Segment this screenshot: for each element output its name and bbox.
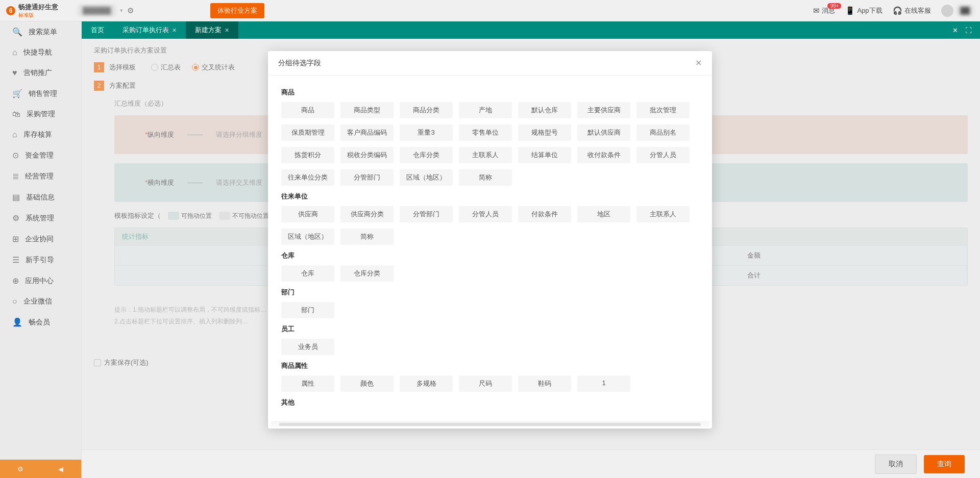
field-tag[interactable]: 分管人员 <box>459 206 512 222</box>
field-group-title: 员工 <box>281 324 699 334</box>
field-tag[interactable]: 属性 <box>281 375 334 392</box>
field-tag[interactable]: 默认供应商 <box>577 124 630 141</box>
field-tag[interactable]: 分管部门 <box>340 169 394 186</box>
field-tag[interactable]: 往来单位分类 <box>281 169 334 186</box>
field-tag[interactable]: 批次管理 <box>636 102 690 118</box>
field-tag[interactable]: 产地 <box>459 102 512 118</box>
field-group-title: 其他 <box>281 398 699 407</box>
field-tag[interactable]: 供应商 <box>281 206 334 222</box>
field-group-1: 往来单位供应商供应商分类分管部门分管人员付款条件地区主联系人区域（地区）简称 <box>281 192 699 245</box>
field-group-title: 往来单位 <box>281 192 699 201</box>
field-tag[interactable]: 供应商分类 <box>340 206 394 222</box>
field-tag[interactable]: 拣货积分 <box>281 147 334 163</box>
field-tag[interactable]: 商品类型 <box>340 102 394 118</box>
field-tag[interactable]: 尺码 <box>459 375 512 392</box>
field-tag[interactable]: 重量3 <box>400 124 453 141</box>
field-group-2: 仓库仓库仓库分类 <box>281 251 699 282</box>
field-tag[interactable]: 分管部门 <box>400 206 453 222</box>
field-select-modal: 分组待选字段 ✕ 商品商品商品类型商品分类产地默认仓库主要供应商批次管理保质期管… <box>268 51 712 429</box>
field-tag[interactable]: 主联系人 <box>636 206 690 222</box>
field-tag[interactable]: 1 <box>577 375 630 392</box>
modal-body: 商品商品商品类型商品分类产地默认仓库主要供应商批次管理保质期管理客户商品编码重量… <box>268 76 712 421</box>
modal-title: 分组待选字段 <box>278 59 321 68</box>
field-group-title: 商品属性 <box>281 361 699 370</box>
field-tag[interactable]: 仓库分类 <box>400 147 453 163</box>
field-tag[interactable]: 收付款条件 <box>577 147 630 163</box>
modal-header: 分组待选字段 ✕ <box>268 51 712 76</box>
field-tag[interactable]: 仓库分类 <box>340 265 394 282</box>
field-tag[interactable]: 税收分类编码 <box>340 147 394 163</box>
field-group-4: 员工业务员 <box>281 324 699 355</box>
field-tag[interactable]: 部门 <box>281 302 334 318</box>
field-tag[interactable]: 区域（地区） <box>400 169 453 186</box>
field-tag[interactable]: 多规格 <box>400 375 453 392</box>
field-tag[interactable]: 商品 <box>281 102 334 118</box>
field-tag[interactable]: 地区 <box>577 206 630 222</box>
modal-mask: 分组待选字段 ✕ 商品商品商品类型商品分类产地默认仓库主要供应商批次管理保质期管… <box>0 0 980 478</box>
field-group-title: 仓库 <box>281 251 699 260</box>
field-group-5: 商品属性属性颜色多规格尺码鞋码1 <box>281 361 699 392</box>
field-tag[interactable]: 主联系人 <box>459 147 512 163</box>
field-tag[interactable]: 简称 <box>459 169 512 186</box>
field-tag[interactable]: 商品别名 <box>636 124 690 141</box>
field-tag[interactable]: 主要供应商 <box>577 102 630 118</box>
field-group-title: 商品 <box>281 88 699 97</box>
field-tag[interactable]: 简称 <box>340 229 394 245</box>
close-icon[interactable]: ✕ <box>695 58 702 68</box>
field-tag[interactable]: 区域（地区） <box>281 229 334 245</box>
field-tag[interactable]: 客户商品编码 <box>340 124 394 141</box>
field-tag[interactable]: 仓库 <box>281 265 334 282</box>
field-group-title: 部门 <box>281 288 699 297</box>
field-group-6: 其他 <box>281 398 699 412</box>
field-tag[interactable]: 结算单位 <box>518 147 571 163</box>
field-group-0: 商品商品商品类型商品分类产地默认仓库主要供应商批次管理保质期管理客户商品编码重量… <box>281 88 699 186</box>
field-tag[interactable]: 业务员 <box>281 339 334 355</box>
field-tag[interactable]: 分管人员 <box>636 147 690 163</box>
horizontal-scrollbar[interactable] <box>271 421 709 426</box>
field-tag[interactable]: 颜色 <box>340 375 394 392</box>
field-tag[interactable]: 保质期管理 <box>281 124 334 141</box>
field-tag[interactable]: 付款条件 <box>518 206 571 222</box>
field-tag[interactable]: 商品分类 <box>400 102 453 118</box>
field-group-3: 部门部门 <box>281 288 699 318</box>
field-tag[interactable]: 规格型号 <box>518 124 571 141</box>
field-tag[interactable]: 鞋码 <box>518 375 571 392</box>
field-tag[interactable]: 默认仓库 <box>518 102 571 118</box>
field-tag[interactable]: 零售单位 <box>459 124 512 141</box>
